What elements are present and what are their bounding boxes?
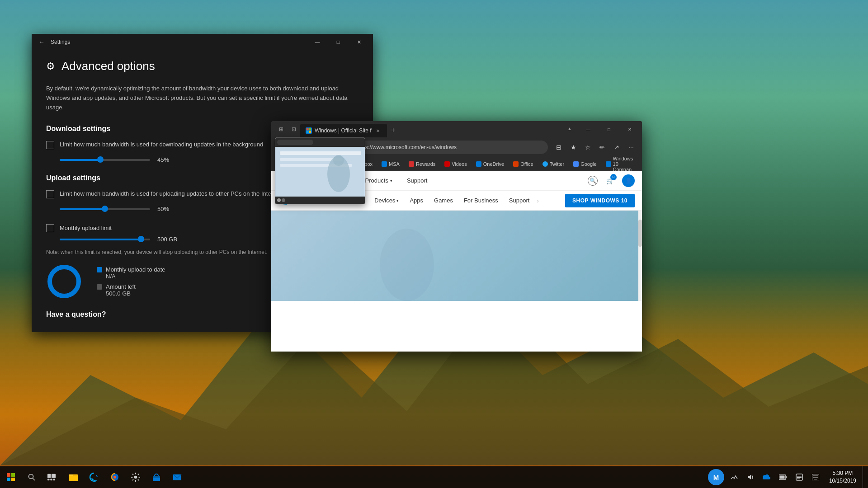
fav-windows10companion[interactable]: Windows 10 Compan — [603, 155, 638, 173]
taskbar-user-avatar[interactable]: M — [708, 469, 724, 485]
browser-scrollbar[interactable] — [638, 211, 642, 301]
reading-list-icon[interactable]: ⊟ — [552, 140, 566, 155]
amount-left-label: Amount left — [106, 283, 136, 290]
ms-user-avatar[interactable]: 👤 — [622, 174, 635, 187]
svg-point-38 — [134, 476, 137, 479]
monthly-limit-checkbox[interactable] — [46, 224, 54, 232]
amount-left-dot — [97, 284, 102, 290]
taskbar-clock[interactable]: 5:30 PM 10/15/2019 — [824, 466, 862, 488]
fav-onedrive[interactable]: OneDrive — [473, 160, 507, 168]
svg-rect-6 — [307, 131, 309, 133]
fav-msa[interactable]: MSA — [379, 160, 402, 168]
fav-google[interactable]: Google — [571, 160, 599, 168]
fav-rewards[interactable]: Rewards — [406, 160, 438, 168]
fav-office[interactable]: Office — [510, 160, 536, 168]
browser-maximize-button[interactable]: □ — [599, 123, 619, 136]
taskbar-time: 5:30 PM — [833, 469, 853, 477]
upload-slider-track[interactable] — [60, 208, 150, 210]
download-slider-track[interactable] — [60, 159, 150, 161]
svg-point-37 — [113, 476, 116, 479]
svg-point-3 — [56, 273, 72, 290]
tray-battery-icon[interactable] — [775, 466, 791, 488]
taskbar-edge[interactable] — [84, 466, 104, 488]
upload-checkbox-label: Limit how much bandwidth is used for upl… — [60, 189, 281, 198]
monthly-upload-item: Monthly upload to date N/A — [97, 266, 165, 280]
fav-windows10companion-label: Windows 10 Compan — [613, 156, 636, 172]
upload-checkbox[interactable] — [46, 190, 54, 198]
settings-close-button[interactable]: ✕ — [349, 34, 369, 50]
reading-view-btn[interactable]: ⊞ — [275, 123, 288, 136]
tray-onedrive-icon[interactable] — [759, 466, 775, 488]
more-options-icon[interactable]: ··· — [624, 140, 638, 155]
tray-action-center-icon[interactable] — [791, 466, 807, 488]
ms-nav-support[interactable]: Support — [403, 175, 431, 186]
svg-rect-44 — [779, 476, 784, 479]
tray-keyboard-icon[interactable] — [807, 466, 824, 488]
favorites-hub-icon[interactable]: ☆ — [580, 140, 595, 155]
favorites-icon[interactable]: ★ — [566, 140, 580, 155]
notes-icon[interactable]: ✏ — [595, 140, 609, 155]
settings-minimize-button[interactable]: — — [307, 34, 328, 50]
reading-mode-btn[interactable]: ⊡ — [288, 123, 300, 136]
svg-rect-23 — [7, 473, 10, 477]
taskbar-store[interactable] — [146, 466, 166, 488]
ms-cart-icon[interactable]: 🛒 0 — [605, 176, 615, 186]
win-nav-forbusiness[interactable]: For Business — [459, 195, 503, 206]
win-shop-button[interactable]: SHOP WINDOWS 10 — [565, 194, 635, 207]
taskbar-search-button[interactable] — [22, 466, 42, 488]
tab-close-button[interactable]: ✕ — [374, 127, 382, 134]
monthly-limit-slider[interactable] — [60, 239, 150, 240]
svg-rect-4 — [307, 128, 309, 131]
share-icon[interactable]: ↗ — [609, 140, 624, 155]
browser-scrollbar-thumb[interactable] — [638, 220, 642, 247]
taskbar-settings[interactable] — [126, 466, 146, 488]
tray-volume-icon[interactable] — [742, 466, 759, 488]
address-bar[interactable]: 🔒 https://www.microsoft.com/en-us/window… — [342, 141, 548, 154]
new-tab-button[interactable]: + — [387, 124, 400, 136]
fav-twitter[interactable]: Twitter — [540, 160, 567, 168]
browser-minimize-button[interactable]: — — [578, 123, 599, 136]
amount-left-item: Amount left 500.0 GB — [97, 283, 165, 297]
taskbar-mail[interactable] — [167, 466, 187, 488]
svg-rect-46 — [797, 476, 802, 477]
start-button[interactable] — [0, 466, 22, 488]
tray-network-icon[interactable] — [726, 466, 742, 488]
svg-rect-12 — [271, 211, 642, 301]
settings-maximize-button[interactable]: □ — [328, 34, 349, 50]
settings-back-button[interactable]: ← — [35, 36, 48, 48]
taskbar-firefox[interactable] — [105, 466, 125, 488]
active-tab[interactable]: Windows | Official Site f ✕ — [300, 124, 387, 137]
ms-nav-products[interactable]: Products ▾ — [362, 175, 396, 186]
win-nav-apps[interactable]: Apps — [405, 195, 428, 206]
thumb-ctrl-2[interactable] — [282, 198, 285, 202]
taskbar-date: 10/15/2019 — [829, 477, 856, 485]
svg-rect-35 — [69, 474, 73, 476]
fav-videos[interactable]: Videos — [442, 160, 469, 168]
thumb-ctrl-1[interactable] — [277, 198, 281, 202]
tray-show-desktop[interactable] — [863, 466, 866, 488]
gear-icon: ⚙ — [46, 61, 55, 72]
win-nav-games[interactable]: Games — [429, 195, 458, 206]
svg-rect-29 — [47, 474, 51, 478]
svg-point-22 — [333, 155, 344, 166]
browser-hero — [271, 211, 642, 301]
win-nav-support[interactable]: Support — [505, 195, 534, 206]
win-nav-more-arrow[interactable]: › — [537, 197, 539, 204]
svg-rect-5 — [309, 128, 311, 131]
download-checkbox[interactable] — [46, 141, 54, 149]
tab-scroll-up[interactable]: ▲ — [565, 124, 574, 133]
svg-line-28 — [33, 478, 35, 480]
thumbnail-preview — [275, 138, 365, 197]
settings-header: ⚙ Advanced options — [46, 59, 359, 73]
browser-close-button[interactable]: ✕ — [619, 123, 640, 136]
settings-titlebar: ← Settings — □ ✕ — [32, 34, 373, 50]
taskbar-file-explorer[interactable] — [63, 466, 83, 488]
taskbar-system-tray: M — [706, 466, 868, 488]
win-nav-devices[interactable]: Devices ▾ — [370, 195, 403, 206]
ms-nav-search-icon[interactable]: 🔍 — [588, 176, 598, 186]
win-nav-apps-label: Apps — [410, 197, 423, 204]
svg-rect-24 — [11, 473, 15, 477]
fav-videos-label: Videos — [452, 161, 467, 167]
win-nav-devices-arrow: ▾ — [396, 198, 399, 203]
task-view-button[interactable] — [42, 466, 61, 488]
